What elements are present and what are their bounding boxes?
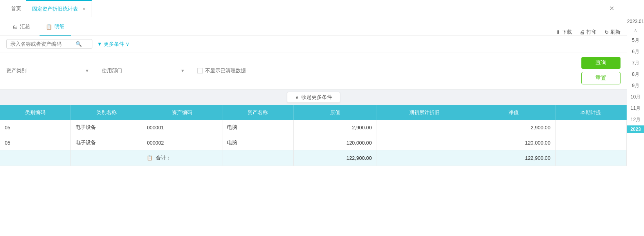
row2-category-name: 电子设备 bbox=[71, 135, 142, 150]
collapse-bar: ∧ 收起更多条件 bbox=[0, 89, 627, 105]
sidebar-month-5[interactable]: 5月 bbox=[627, 35, 644, 46]
sidebar-month-8[interactable]: 8月 bbox=[627, 69, 644, 80]
use-dept-select[interactable]: ▼ bbox=[125, 68, 188, 74]
download-button[interactable]: ⬇ 下载 bbox=[556, 29, 572, 36]
col-net-value: 净值 bbox=[472, 105, 556, 120]
tab-title: 固定资产折旧统计表 bbox=[32, 5, 78, 13]
col-current-depreciation: 本期计提 bbox=[555, 105, 626, 120]
print-label: 打印 bbox=[586, 29, 597, 36]
total-row: 📋 合计： 122,900.00 122,900.00 bbox=[0, 150, 627, 166]
home-nav[interactable]: 首页 bbox=[6, 0, 26, 17]
row2-category-code: 05 bbox=[0, 135, 71, 150]
tab-summary[interactable]: 🗂 汇总 bbox=[6, 18, 36, 36]
asset-type-select[interactable]: ▼ bbox=[30, 68, 92, 74]
row2-asset-code: 000002 bbox=[142, 135, 222, 150]
row1-category-code: 05 bbox=[0, 120, 71, 135]
use-dept-field: 使用部门 ▼ bbox=[102, 67, 188, 74]
tab-bar: 🗂 汇总 📋 明细 ⬇ 下载 🖨 打印 ↻ 刷新 bbox=[0, 17, 627, 36]
refresh-button[interactable]: ↻ 刷新 bbox=[604, 29, 621, 36]
active-tab[interactable]: 固定资产折旧统计表 × bbox=[26, 0, 92, 17]
col-asset-name: 资产名称 bbox=[222, 105, 293, 120]
table-row: 05 电子设备 000001 电脑 2,900.00 2,900.00 bbox=[0, 120, 627, 135]
data-table-wrap: 类别编码 类别名称 资产编码 资产名称 原值 期初累计折旧 净值 本期计提 05… bbox=[0, 105, 627, 236]
hide-cleared-checkbox-group[interactable]: 不显示已清理数据 bbox=[197, 67, 246, 74]
tab-close-icon[interactable]: × bbox=[83, 6, 85, 12]
total-current-depreciation bbox=[555, 150, 626, 166]
asset-type-field: 资产类别 ▼ bbox=[6, 67, 92, 74]
tab-detail-label: 明细 bbox=[54, 23, 65, 30]
sidebar-year-badge: 2023 bbox=[627, 125, 644, 133]
row1-current-depreciation bbox=[555, 120, 626, 135]
window-close-button[interactable]: ✕ bbox=[603, 5, 621, 12]
col-asset-code: 资产编码 bbox=[142, 105, 222, 120]
row1-asset-code: 000001 bbox=[142, 120, 222, 135]
row1-accumulated-depreciation bbox=[377, 120, 472, 135]
collapse-icon: ∧ bbox=[295, 95, 299, 100]
collapse-button[interactable]: ∧ 收起更多条件 bbox=[287, 92, 340, 103]
tab-summary-label: 汇总 bbox=[20, 23, 30, 30]
asset-type-arrow-icon: ▼ bbox=[85, 68, 89, 73]
row1-category-name: 电子设备 bbox=[71, 120, 142, 135]
sidebar-period: 2023.01 bbox=[627, 17, 644, 26]
sidebar-scroll-up-button[interactable]: ∧ bbox=[627, 26, 644, 35]
col-category-name: 类别名称 bbox=[71, 105, 142, 120]
more-conditions-button[interactable]: ▼ 更多条件 ∨ bbox=[97, 41, 130, 48]
collapse-label: 收起更多条件 bbox=[301, 94, 332, 101]
print-button[interactable]: 🖨 打印 bbox=[580, 29, 597, 36]
asset-type-label: 资产类别 bbox=[6, 67, 27, 74]
row2-accumulated-depreciation bbox=[377, 135, 472, 150]
row1-original-value: 2,900.00 bbox=[293, 120, 377, 135]
search-icon: 🔍 bbox=[76, 41, 82, 47]
tab-actions: ⬇ 下载 🖨 打印 ↻ 刷新 bbox=[556, 29, 621, 36]
more-conditions-label: 更多条件 bbox=[104, 41, 124, 48]
total-label: 合计： bbox=[156, 155, 171, 161]
col-original-value: 原值 bbox=[293, 105, 377, 120]
table-row: 05 电子设备 000002 电脑 120,000.00 120,000.00 bbox=[0, 135, 627, 150]
extended-filter: 资产类别 ▼ 使用部门 ▼ 不显示已清理数据 查询 重置 bbox=[0, 52, 627, 89]
sidebar-month-11[interactable]: 11月 bbox=[627, 103, 644, 114]
refresh-label: 刷新 bbox=[610, 29, 621, 36]
total-original-value: 122,900.00 bbox=[293, 150, 377, 166]
col-category-code: 类别编码 bbox=[0, 105, 71, 120]
hide-cleared-checkbox[interactable] bbox=[197, 68, 203, 73]
right-sidebar: 2023.01 ∧ 5月 6月 7月 8月 9月 10月 11月 12月 202… bbox=[627, 0, 644, 236]
row2-original-value: 120,000.00 bbox=[293, 135, 377, 150]
top-nav: 首页 固定资产折旧统计表 × ✕ bbox=[0, 0, 627, 17]
use-dept-label: 使用部门 bbox=[102, 67, 122, 74]
use-dept-arrow-icon: ▼ bbox=[180, 68, 185, 73]
print-icon: 🖨 bbox=[580, 29, 585, 35]
detail-icon: 📋 bbox=[46, 24, 52, 30]
total-empty1 bbox=[0, 150, 71, 166]
chevron-down-icon: ∨ bbox=[126, 41, 130, 47]
sidebar-month-9[interactable]: 9月 bbox=[627, 80, 644, 91]
total-empty2 bbox=[71, 150, 142, 166]
sidebar-month-7[interactable]: 7月 bbox=[627, 57, 644, 69]
data-table: 类别编码 类别名称 资产编码 资产名称 原值 期初累计折旧 净值 本期计提 05… bbox=[0, 105, 627, 166]
hide-cleared-label: 不显示已清理数据 bbox=[205, 67, 246, 74]
query-button[interactable]: 查询 bbox=[581, 57, 621, 69]
refresh-icon: ↻ bbox=[604, 29, 609, 35]
summary-icon: 🗂 bbox=[13, 24, 18, 30]
tab-detail[interactable]: 📋 明细 bbox=[40, 18, 71, 36]
search-input-wrap[interactable]: 🔍 bbox=[6, 39, 92, 49]
row1-asset-name: 电脑 bbox=[222, 120, 293, 135]
table-header-row: 类别编码 类别名称 资产编码 资产名称 原值 期初累计折旧 净值 本期计提 bbox=[0, 105, 627, 120]
total-icon: 📋 bbox=[147, 155, 153, 161]
download-label: 下载 bbox=[562, 29, 572, 36]
row2-net-value: 120,000.00 bbox=[472, 135, 556, 150]
total-accumulated-depreciation bbox=[377, 150, 472, 166]
sidebar-month-10[interactable]: 10月 bbox=[627, 91, 644, 103]
row2-asset-name: 电脑 bbox=[222, 135, 293, 150]
total-label-cell: 📋 合计： bbox=[142, 150, 222, 166]
row1-net-value: 2,900.00 bbox=[472, 120, 556, 135]
filter-actions: 查询 重置 bbox=[581, 57, 621, 84]
row2-current-depreciation bbox=[555, 135, 626, 150]
col-accumulated-depreciation: 期初累计折旧 bbox=[377, 105, 472, 120]
search-input[interactable] bbox=[11, 41, 73, 47]
sidebar-month-6[interactable]: 6月 bbox=[627, 46, 644, 57]
reset-button[interactable]: 重置 bbox=[581, 72, 621, 84]
search-bar: 🔍 ▼ 更多条件 ∨ bbox=[0, 36, 627, 52]
filter-icon: ▼ bbox=[97, 41, 102, 47]
download-icon: ⬇ bbox=[556, 29, 560, 35]
sidebar-month-12[interactable]: 12月 bbox=[627, 114, 644, 125]
